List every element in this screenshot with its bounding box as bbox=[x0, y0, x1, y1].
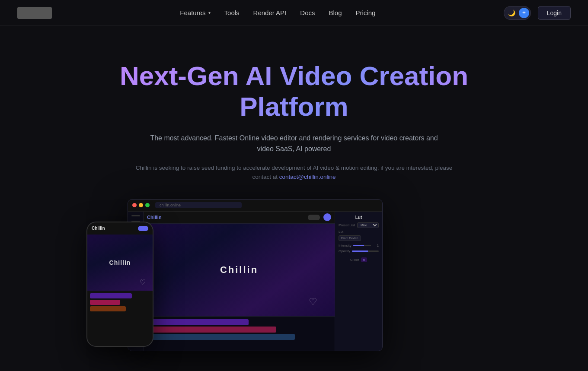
panel-opacity-slider[interactable] bbox=[352, 251, 379, 252]
panel-from-device-btn[interactable]: From Device bbox=[339, 235, 361, 241]
desktop-mockup: chillin.online bbox=[128, 199, 502, 351]
timeline-row-1 bbox=[90, 293, 132, 298]
nav-item-render-api[interactable]: Render API bbox=[253, 9, 287, 17]
panel-opacity-row: Opacity bbox=[339, 249, 379, 253]
phone-top-bar: Chillin bbox=[87, 222, 153, 235]
desktop-main-area: Chillin Chillin ♡ bbox=[144, 212, 335, 351]
toolbar-brand: Chillin bbox=[147, 215, 162, 220]
phone-video-area: Chillin ♡ bbox=[87, 235, 153, 291]
desktop-timeline-row-2 bbox=[146, 327, 276, 333]
hero-section: Next-Gen AI Video Creation Platform The … bbox=[0, 26, 588, 368]
video-preview: Chillin ♡ bbox=[144, 224, 335, 316]
phone-toggle[interactable] bbox=[138, 226, 148, 231]
moon-icon: 🌙 bbox=[505, 9, 518, 17]
sun-icon: ☀ bbox=[519, 8, 529, 18]
desktop-timeline-row-1 bbox=[146, 319, 249, 325]
panel-preset-row: Preset List Mise bbox=[339, 222, 379, 228]
nav-item-pricing[interactable]: Pricing bbox=[356, 9, 376, 17]
desktop-frame: chillin.online bbox=[128, 199, 383, 351]
login-button[interactable]: Login bbox=[538, 6, 571, 20]
nav-features-label: Features bbox=[180, 9, 205, 16]
panel-intensity-label: Intensity bbox=[339, 244, 352, 247]
panel-intensity-row: Intensity 1 bbox=[339, 244, 379, 247]
desktop-timeline-area bbox=[144, 316, 335, 351]
panel-lut-label: Lut bbox=[339, 230, 343, 234]
theme-toggle[interactable]: 🌙 ☀ bbox=[504, 6, 531, 20]
toolbar-toggle[interactable] bbox=[308, 215, 320, 220]
nav-link-render-api[interactable]: Render API bbox=[253, 9, 287, 16]
panel-preset-select[interactable]: Mise bbox=[357, 222, 379, 228]
nav-link-blog[interactable]: Blog bbox=[329, 9, 342, 16]
hero-subtitle: The most advanced, Fastest Online video … bbox=[143, 133, 445, 155]
desktop-content: Chillin Chillin ♡ bbox=[128, 212, 382, 351]
chevron-down-icon: ▾ bbox=[208, 10, 211, 15]
panel-lut-row: Lut bbox=[339, 230, 379, 234]
titlebar-minimize-dot bbox=[139, 203, 143, 207]
phone-mockup: Chillin Chillin ♡ bbox=[86, 222, 153, 347]
panel-intensity-slider[interactable] bbox=[353, 245, 371, 246]
phone-timeline bbox=[87, 291, 153, 347]
nav-link-pricing[interactable]: Pricing bbox=[356, 9, 376, 16]
nav-item-tools[interactable]: Tools bbox=[224, 9, 240, 17]
address-bar[interactable]: chillin.online bbox=[155, 202, 242, 208]
panel-close-badge: 0 bbox=[361, 257, 367, 262]
nav-link-docs[interactable]: Docs bbox=[300, 9, 315, 16]
funding-email-link[interactable]: contact@chillin.online bbox=[279, 174, 336, 180]
nav-item-docs[interactable]: Docs bbox=[300, 9, 315, 17]
panel-btn-group: From Device bbox=[339, 235, 379, 241]
desktop-panel: Lut Preset List Mise Lut From Device bbox=[335, 212, 382, 351]
desktop-toolbar: Chillin bbox=[144, 212, 335, 224]
titlebar-maximize-dot bbox=[145, 203, 150, 207]
panel-opacity-label: Opacity bbox=[339, 249, 350, 253]
video-heart-icon: ♡ bbox=[309, 296, 317, 308]
desktop-titlebar: chillin.online bbox=[128, 200, 382, 212]
phone-chillin-text: Chillin bbox=[109, 259, 131, 266]
panel-close-row: Close 0 bbox=[339, 255, 379, 263]
navigation: Features ▾ Tools Render API Docs Blog Pr… bbox=[0, 0, 588, 26]
sidebar-icon-1 bbox=[131, 215, 140, 216]
timeline-row-3 bbox=[90, 306, 126, 311]
phone-app-name: Chillin bbox=[92, 226, 105, 231]
nav-logo[interactable] bbox=[17, 7, 52, 19]
hero-images: Chillin Chillin ♡ bbox=[86, 199, 502, 351]
nav-item-features[interactable]: Features ▾ bbox=[180, 9, 210, 16]
nav-item-blog[interactable]: Blog bbox=[329, 9, 342, 17]
panel-preset-label: Preset List bbox=[339, 223, 355, 227]
nav-link-features[interactable]: Features ▾ bbox=[180, 9, 210, 16]
panel-title: Lut bbox=[339, 215, 379, 220]
video-chillin-text: Chillin bbox=[220, 264, 258, 276]
titlebar-close-dot bbox=[132, 203, 137, 207]
cta-section: Get Started bbox=[0, 368, 588, 371]
timeline-row-2 bbox=[90, 300, 120, 305]
hero-title: Next-Gen AI Video Creation Platform bbox=[99, 60, 489, 122]
nav-link-tools[interactable]: Tools bbox=[224, 9, 240, 16]
nav-right: 🌙 ☀ Login bbox=[504, 6, 571, 20]
toolbar-circle-btn[interactable] bbox=[323, 213, 331, 221]
desktop-timeline-row-3 bbox=[146, 334, 295, 340]
phone-frame: Chillin Chillin ♡ bbox=[86, 222, 153, 347]
panel-intensity-value: 1 bbox=[373, 244, 379, 247]
phone-heart-icon: ♡ bbox=[140, 278, 146, 286]
hero-funding: Chillin is seeking to raise seed funding… bbox=[130, 163, 458, 182]
panel-close-label: Close bbox=[350, 258, 359, 262]
nav-links: Features ▾ Tools Render API Docs Blog Pr… bbox=[180, 9, 375, 17]
